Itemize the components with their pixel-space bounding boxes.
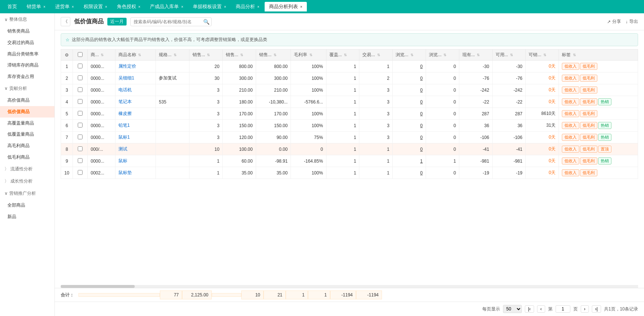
nav-analysis-close[interactable]: × — [257, 5, 259, 9]
next-page-button[interactable]: › — [581, 305, 589, 313]
nav-roles-close[interactable]: × — [138, 5, 141, 9]
td-v1[interactable]: 0 — [393, 120, 426, 132]
sidebar-group-contribution[interactable]: ∨ 贡献分析 — [0, 82, 54, 95]
nav-analysis-list[interactable]: 商品分析列表 × — [265, 2, 307, 11]
nav-sales-close[interactable]: × — [43, 5, 46, 9]
td-trade: 3 — [359, 132, 393, 143]
sidebar-group-flow[interactable]: 〉 流通性分析 — [0, 163, 54, 175]
td-v1[interactable]: 0 — [393, 108, 426, 120]
nav-products-label: 产成品入库单 — [150, 3, 179, 10]
td-checkbox[interactable] — [73, 84, 88, 96]
search-input[interactable] — [130, 17, 212, 26]
td-checkbox[interactable] — [73, 72, 88, 84]
td-v1[interactable]: 0 — [393, 143, 426, 155]
period-button[interactable]: 近一月 — [107, 18, 127, 26]
td-available: -22 — [492, 96, 526, 108]
td-checkbox[interactable] — [73, 120, 88, 132]
td-checkbox[interactable] — [73, 96, 88, 108]
td-margin: 100% — [291, 108, 326, 120]
page-number-input[interactable] — [556, 305, 570, 313]
td-code: 0000... — [88, 72, 115, 84]
td-checkbox[interactable] — [73, 155, 88, 167]
td-name[interactable]: 橡皮擦 — [115, 108, 155, 120]
sidebar-item-sales-goods[interactable]: 销售类商品 — [0, 26, 54, 37]
td-v1[interactable]: 1 — [393, 155, 426, 167]
td-name[interactable]: 鼠标 — [115, 155, 155, 167]
td-s3: 800.00 — [256, 61, 291, 72]
sidebar-item-category-sales[interactable]: 商品分类销售率 — [0, 48, 54, 60]
export-button[interactable]: ↓ 导出 — [625, 18, 638, 25]
td-v1[interactable]: 0 — [393, 72, 426, 84]
total-s1: 77 — [160, 290, 182, 299]
td-spec — [156, 120, 189, 132]
sidebar-item-low-coverage[interactable]: 低覆盖量商品 — [0, 129, 54, 140]
select-all-checkbox[interactable] — [78, 52, 83, 57]
nav-products[interactable]: 产成品入库单 × — [145, 2, 188, 11]
td-no: 4 — [61, 96, 73, 108]
sidebar-item-low-value[interactable]: 低价值商品 — [0, 106, 54, 118]
sidebar-item-high-coverage[interactable]: 高覆盖量商品 — [0, 118, 54, 129]
td-s3: -10,380... — [256, 96, 291, 108]
td-name[interactable]: 笔记本 — [115, 96, 155, 108]
td-v1[interactable]: 0 — [393, 96, 426, 108]
td-name[interactable]: 吴细细1 — [115, 72, 155, 84]
td-name[interactable]: 测试 — [115, 143, 155, 155]
th-settings[interactable]: ⚙ — [61, 50, 73, 61]
horizontal-scrollbar[interactable] — [61, 285, 638, 288]
td-checkbox[interactable] — [73, 143, 88, 155]
per-page-select[interactable]: 50 100 200 — [503, 305, 522, 313]
sidebar-item-all-goods[interactable]: 全部商品 — [0, 200, 54, 211]
td-name[interactable]: 属性定价 — [115, 61, 155, 72]
sidebar-item-high-margin[interactable]: 高毛利商品 — [0, 140, 54, 152]
nav-home[interactable]: 首页 — [3, 2, 21, 11]
td-available: 287 — [492, 108, 526, 120]
td-v1[interactable]: 0 — [393, 84, 426, 96]
prev-page-button[interactable]: ‹ — [537, 305, 545, 313]
nav-analysis-list-close[interactable]: × — [300, 5, 302, 9]
tag-热销: 热销 — [598, 157, 611, 164]
sidebar-group-growth[interactable]: 〉 成长性分析 — [0, 175, 54, 187]
page-title: 低价值商品 — [74, 18, 104, 26]
nav-permissions-close[interactable]: × — [105, 5, 107, 9]
td-name[interactable]: 电话机 — [115, 84, 155, 96]
sidebar-item-new-goods[interactable]: 新品 — [0, 211, 54, 222]
nav-templates-close[interactable]: × — [224, 5, 226, 9]
search-icon[interactable]: 🔍 — [203, 19, 209, 25]
first-page-button[interactable]: |‹ — [525, 305, 534, 313]
td-name[interactable]: 鼠标1 — [115, 132, 155, 143]
collapse-sidebar-button[interactable]: 《 — [61, 17, 70, 26]
nav-roles[interactable]: 角色授权 × — [113, 2, 145, 11]
th-sales2: 销售... ⇅ — [222, 50, 256, 61]
nav-purchase[interactable]: 进货单 × — [51, 2, 78, 11]
sidebar-group-overall[interactable]: ∨ 整体信息 — [0, 13, 54, 26]
td-checkbox[interactable] — [73, 167, 88, 179]
nav-products-close[interactable]: × — [181, 5, 183, 9]
total-pages: 共1页，10条记录 — [604, 306, 638, 312]
td-checkbox[interactable] — [73, 108, 88, 120]
sidebar-item-slow-stock[interactable]: 滞销库存的商品 — [0, 60, 54, 71]
td-name[interactable]: 铅笔1 — [115, 120, 155, 132]
nav-sales-label: 销货单 — [27, 3, 41, 10]
tag-低毛利: 低毛利 — [580, 86, 597, 94]
nav-permissions[interactable]: 权限设置 × — [79, 2, 112, 11]
sidebar-group-marketing[interactable]: ∨ 营销推广分析 — [0, 187, 54, 200]
td-v1[interactable]: 0 — [393, 167, 426, 179]
sidebar-item-capital[interactable]: 库存资金占用 — [0, 71, 54, 82]
sidebar-item-low-margin[interactable]: 低毛利商品 — [0, 152, 54, 163]
last-page-button[interactable]: ›| — [592, 305, 601, 313]
td-s2: 210.00 — [222, 84, 256, 96]
share-button[interactable]: ↗ 分享 — [607, 18, 621, 25]
td-checkbox[interactable] — [73, 132, 88, 143]
td-name[interactable]: 鼠标垫 — [115, 167, 155, 179]
table-row: 1 0000... 属性定价 20 800.00 800.00 100% 1 1… — [61, 61, 638, 72]
nav-analysis[interactable]: 商品分析 × — [231, 2, 264, 11]
td-v1[interactable]: 0 — [393, 61, 426, 72]
scrollbar-thumb[interactable] — [61, 285, 135, 288]
nav-sales[interactable]: 销货单 × — [22, 2, 50, 11]
nav-purchase-close[interactable]: × — [72, 5, 74, 9]
td-v1[interactable]: 0 — [393, 132, 426, 143]
sidebar-item-high-value[interactable]: 高价值商品 — [0, 95, 54, 106]
nav-templates[interactable]: 单据模板设置 × — [188, 2, 231, 11]
td-checkbox[interactable] — [73, 61, 88, 72]
sidebar-item-traded[interactable]: 交易过的商品 — [0, 37, 54, 48]
